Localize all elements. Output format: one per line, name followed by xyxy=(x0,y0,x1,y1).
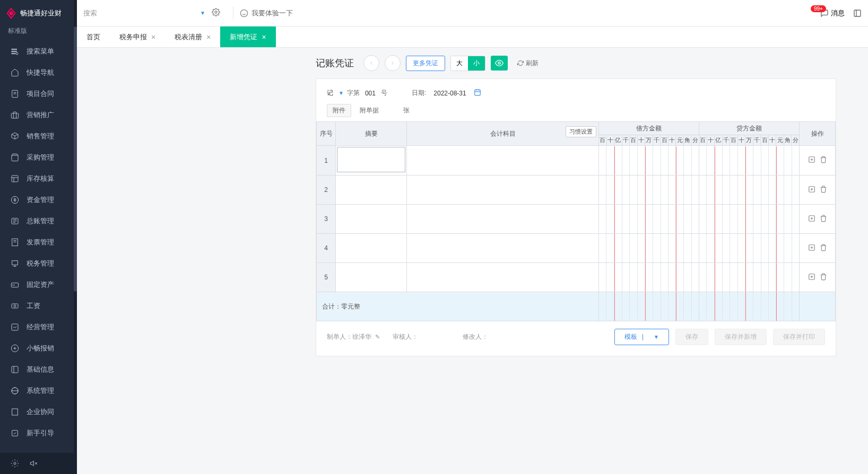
account-cell[interactable] xyxy=(407,263,599,292)
basic-info-icon xyxy=(11,365,19,374)
summary-input[interactable] xyxy=(337,147,405,172)
add-row-icon[interactable] xyxy=(808,186,815,195)
save-new-button[interactable]: 保存并新增 xyxy=(715,329,767,345)
debit-cell[interactable] xyxy=(599,175,699,205)
sidebar-item-search-menu[interactable]: 搜索菜单 xyxy=(0,41,77,62)
volume-icon[interactable] xyxy=(30,459,38,468)
debit-cell[interactable] xyxy=(599,205,699,234)
summary-cell[interactable] xyxy=(336,205,407,234)
summary-cell[interactable] xyxy=(336,263,407,292)
sidebar-item-marketing[interactable]: 营销推广 xyxy=(0,104,77,126)
sidebar-item-fixed-assets[interactable]: 固定资产 xyxy=(0,274,77,295)
add-row-icon[interactable] xyxy=(808,215,815,224)
table-row: 2 xyxy=(317,175,836,205)
credit-cell[interactable] xyxy=(699,234,800,263)
sidebar-item-system[interactable]: 系统管理 xyxy=(0,380,77,401)
debit-cell[interactable] xyxy=(599,234,699,263)
summary-cell[interactable] xyxy=(336,175,407,205)
voucher-date[interactable]: 2022-08-31 xyxy=(433,90,466,97)
account-cell[interactable] xyxy=(407,234,599,263)
sidebar-item-funds[interactable]: 资金管理 xyxy=(0,189,77,210)
refresh-button[interactable]: 刷新 xyxy=(513,59,539,68)
guide-icon xyxy=(11,429,19,437)
sidebar-item-label: 系统管理 xyxy=(27,386,54,396)
sidebar-item-inventory[interactable]: 库存核算 xyxy=(0,168,77,189)
sidebar-item-sales[interactable]: 销售管理 xyxy=(0,126,77,147)
settings-button[interactable] xyxy=(205,8,227,19)
edit-icon[interactable]: ✎ xyxy=(375,333,380,340)
summary-cell[interactable] xyxy=(336,234,407,263)
sidebar-item-enterprise[interactable]: 企业协同 xyxy=(0,401,77,423)
expand-icon[interactable] xyxy=(853,9,862,17)
close-icon[interactable]: × xyxy=(262,33,266,41)
credit-cell[interactable] xyxy=(699,146,800,175)
summary-cell[interactable] xyxy=(336,146,407,175)
delete-row-icon[interactable] xyxy=(820,186,827,195)
sidebar-item-purchase[interactable]: 采购管理 xyxy=(0,147,77,168)
feedback-button[interactable]: 我要体验一下 xyxy=(240,8,293,18)
add-row-icon[interactable] xyxy=(808,244,815,253)
sidebar-item-operation[interactable]: 经营管理 xyxy=(0,317,77,338)
close-icon[interactable]: × xyxy=(206,33,211,41)
gear-icon[interactable] xyxy=(11,459,19,468)
sidebar-item-xiaochang[interactable]: 小畅报销 xyxy=(0,338,77,359)
debit-cell[interactable] xyxy=(599,263,699,292)
delete-row-icon[interactable] xyxy=(820,273,827,282)
credit-cell[interactable] xyxy=(699,205,800,234)
size-large[interactable]: 大 xyxy=(451,56,468,71)
tab-3[interactable]: 新增凭证× xyxy=(220,27,275,47)
sidebar-item-label: 库存核算 xyxy=(27,174,54,183)
sidebar-item-project-contract[interactable]: 项目合同 xyxy=(0,83,77,104)
chevron-down-icon[interactable]: ▼ xyxy=(338,90,344,96)
account-cell[interactable] xyxy=(407,175,599,205)
svg-rect-21 xyxy=(11,283,18,287)
digit-header: 百 xyxy=(730,135,738,146)
sidebar-item-basic-info[interactable]: 基础信息 xyxy=(0,359,77,380)
digit-header: 亿 xyxy=(614,135,622,146)
voucher-type[interactable]: 记 xyxy=(327,89,335,98)
chevron-down-icon[interactable]: ▼ xyxy=(200,10,205,16)
svg-point-36 xyxy=(215,11,217,13)
col-account: 会计科目 习惯设置 xyxy=(407,122,599,146)
preview-button[interactable] xyxy=(491,56,508,71)
chevron-down-icon[interactable]: ▼ xyxy=(654,334,659,340)
col-debit: 借方金额 xyxy=(599,122,699,135)
sidebar-item-quick-nav[interactable]: 快捷导航 xyxy=(0,62,77,83)
more-vouchers-button[interactable]: 更多凭证 xyxy=(406,56,445,71)
size-small[interactable]: 小 xyxy=(468,56,485,71)
add-row-icon[interactable] xyxy=(808,156,815,165)
debit-cell[interactable] xyxy=(599,146,699,175)
ops-cell xyxy=(800,175,836,205)
messages-button[interactable]: 99+ 消息 xyxy=(820,8,845,18)
delete-row-icon[interactable] xyxy=(820,215,827,224)
tab-2[interactable]: 税表清册× xyxy=(165,27,220,47)
search-input[interactable] xyxy=(83,6,189,20)
sidebar-item-ledger[interactable]: 总账管理 xyxy=(0,210,77,232)
next-button[interactable] xyxy=(385,55,401,71)
prev-button[interactable] xyxy=(363,55,379,71)
sidebar-item-tax[interactable]: 税务管理 xyxy=(0,253,77,274)
tab-0[interactable]: 首页 xyxy=(77,27,110,47)
sidebar-item-label: 销售管理 xyxy=(27,131,54,141)
svg-rect-24 xyxy=(12,304,18,308)
voucher-number[interactable]: 001 xyxy=(363,90,378,97)
account-cell[interactable] xyxy=(407,205,599,234)
sidebar-item-invoice[interactable]: 发票管理 xyxy=(0,232,77,253)
credit-cell[interactable] xyxy=(699,263,800,292)
calendar-icon[interactable] xyxy=(474,89,481,98)
save-button[interactable]: 保存 xyxy=(675,329,708,345)
habit-settings-button[interactable]: 习惯设置 xyxy=(566,126,596,137)
add-row-icon[interactable] xyxy=(808,273,815,282)
save-print-button[interactable]: 保存并打印 xyxy=(773,329,825,345)
close-icon[interactable]: × xyxy=(151,33,155,41)
total-credit xyxy=(699,292,800,321)
sidebar-item-guide[interactable]: 新手引导 xyxy=(0,423,77,444)
sidebar-item-salary[interactable]: 工资 xyxy=(0,295,77,317)
credit-cell[interactable] xyxy=(699,175,800,205)
delete-row-icon[interactable] xyxy=(820,244,827,253)
attachment-button[interactable]: 附件 xyxy=(327,104,351,117)
tab-1[interactable]: 税务申报× xyxy=(110,27,165,47)
delete-row-icon[interactable] xyxy=(820,156,827,165)
template-button[interactable]: 模板 ▼ xyxy=(614,329,669,345)
account-cell[interactable] xyxy=(407,146,599,175)
